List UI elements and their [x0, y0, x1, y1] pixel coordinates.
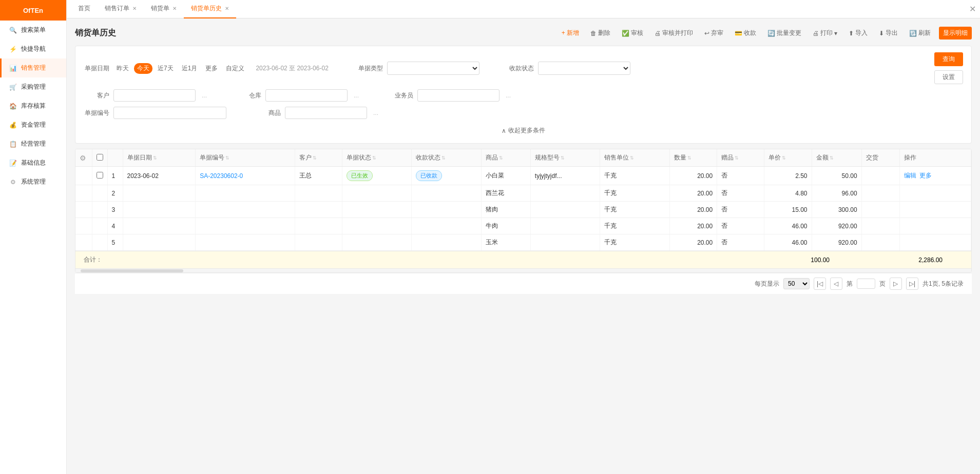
doc-type-select[interactable]	[387, 62, 479, 75]
docno-cell	[196, 185, 295, 202]
shortcut-1month[interactable]: 近1月	[179, 63, 201, 74]
collectstatus-cell	[412, 234, 482, 251]
audit-print-button[interactable]: 🖨 审核并打印	[651, 28, 696, 38]
warehouse-ellipsis[interactable]: ...	[354, 92, 359, 99]
goods-cell: 西兰花	[482, 185, 531, 202]
next-page-button[interactable]: ▷	[890, 278, 902, 290]
last-page-button[interactable]: ▷|	[906, 278, 918, 290]
new-button[interactable]: + 新增	[559, 28, 582, 38]
total-amount: 2,286.00	[881, 256, 943, 264]
customer-input[interactable]	[113, 89, 196, 102]
sidebar-item-inventory[interactable]: 🏠 库存核算	[0, 96, 66, 115]
select-all-checkbox[interactable]	[97, 154, 103, 161]
salesperson-ellipsis[interactable]: ...	[506, 92, 511, 99]
sidebar-item-basic-info[interactable]: 📝 基础信息	[0, 153, 66, 172]
abandon-button[interactable]: ↩ 弃审	[701, 28, 726, 38]
docstatus-col-header[interactable]: 单据状态 ⇅	[342, 149, 412, 167]
customer-cell	[295, 202, 342, 218]
sidebar-item-label: 基础信息	[21, 159, 46, 167]
horizontal-scrollbar[interactable]	[75, 268, 971, 272]
price-cell: 4.80	[764, 185, 812, 202]
row-no-col-header	[107, 149, 123, 167]
tab-sales-history[interactable]: 销货单历史 ✕	[184, 0, 236, 18]
prev-page-button[interactable]: ◁	[830, 278, 842, 290]
row-checkbox[interactable]	[97, 172, 103, 179]
goods-input[interactable]	[285, 107, 367, 119]
sidebar-item-ops-mgmt[interactable]: 📋 经营管理	[0, 134, 66, 153]
total-qty: 100.00	[768, 256, 830, 264]
goods-ellipsis[interactable]: ...	[373, 109, 378, 116]
docno-col-header[interactable]: 单据编号 ⇅	[196, 149, 295, 167]
setting-button[interactable]: 设置	[934, 70, 963, 84]
collect-icon: 💳	[735, 30, 742, 37]
export-button[interactable]: ⬇ 导出	[876, 28, 901, 38]
sidebar-item-search-menu[interactable]: 🔍 搜索菜单	[0, 21, 66, 40]
tab-sales-delivery-close[interactable]: ✕	[172, 6, 177, 11]
refresh-button[interactable]: 🔃 刷新	[906, 28, 934, 38]
date-shortcuts: 昨天 今天 近7天 近1月 更多 自定义	[113, 63, 247, 74]
filter-row-3: 单据编号 商品 ...	[84, 107, 963, 119]
shortcut-custom[interactable]: 自定义	[223, 63, 247, 74]
amount-col-header[interactable]: 金额 ⇅	[812, 149, 861, 167]
shortcut-today[interactable]: 今天	[134, 63, 152, 74]
sidebar-item-sys-mgmt[interactable]: ⚙ 系统管理	[0, 172, 66, 191]
price-cell: 46.00	[764, 234, 812, 251]
customer-ellipsis[interactable]: ...	[202, 92, 207, 99]
unit-cell: 千克	[600, 185, 670, 202]
query-button[interactable]: 查询	[934, 52, 963, 66]
date-cell	[123, 202, 196, 218]
collect-status-select[interactable]	[538, 62, 630, 75]
sidebar-item-sales-mgmt[interactable]: 📊 销售管理	[0, 58, 66, 77]
tab-sales-order[interactable]: 销售订单 ✕	[98, 0, 144, 18]
unit-col-header[interactable]: 销售单位 ⇅	[600, 149, 670, 167]
action-编辑[interactable]: 编辑	[904, 172, 916, 179]
sidebar-item-finance[interactable]: 💰 资金管理	[0, 115, 66, 134]
warehouse-input[interactable]	[265, 89, 348, 102]
collapse-filter-button[interactable]: ∧ 收起更多条件	[84, 124, 963, 137]
trade-cell	[861, 202, 899, 218]
price-col-header[interactable]: 单价 ⇅	[764, 149, 812, 167]
tab-sales-history-label: 销货单历史	[191, 4, 222, 13]
collectstatus-col-header[interactable]: 收款状态 ⇅	[412, 149, 482, 167]
gift-col-header[interactable]: 赠品 ⇅	[717, 149, 764, 167]
customer-col-header[interactable]: 客户 ⇅	[295, 149, 342, 167]
tab-sales-delivery[interactable]: 销货单 ✕	[144, 0, 184, 18]
shortcut-yesterday[interactable]: 昨天	[113, 63, 132, 74]
page-number-input[interactable]: 1	[857, 279, 875, 289]
batch-change-button[interactable]: 🔄 批量变更	[764, 28, 804, 38]
doc-no-input[interactable]	[113, 107, 226, 119]
import-button[interactable]: ⬆ 导入	[846, 28, 871, 38]
shortcut-7days[interactable]: 近7天	[155, 63, 177, 74]
tab-home[interactable]: 首页	[71, 0, 98, 18]
display-detail-button[interactable]: 显示明细	[939, 27, 972, 40]
action-cell: 编辑更多	[899, 167, 971, 185]
footer-totals: 100.00 2,286.00	[125, 256, 963, 264]
per-page-select[interactable]: 50 20 100	[783, 278, 810, 289]
collect-status-label: 收款状态	[508, 64, 534, 73]
shortcut-more[interactable]: 更多	[202, 63, 221, 74]
first-page-button[interactable]: |◁	[814, 278, 826, 290]
tab-sales-order-close[interactable]: ✕	[132, 6, 137, 11]
row-checkbox-col	[92, 234, 107, 251]
sidebar-item-quick-nav[interactable]: ⚡ 快捷导航	[0, 40, 66, 58]
qty-col-header[interactable]: 数量 ⇅	[669, 149, 717, 167]
date-range-display: 2023-06-02 至 2023-06-02	[256, 64, 328, 73]
goods-col-header[interactable]: 商品 ⇅	[482, 149, 531, 167]
goods-label: 商品	[255, 109, 281, 117]
sidebar-item-purchase-mgmt[interactable]: 🛒 采购管理	[0, 77, 66, 96]
table-row: 3 猪肉 千克 20.00 否 15.00 300.00	[75, 202, 971, 218]
unit-cell: 千克	[600, 167, 670, 185]
tab-sales-history-close[interactable]: ✕	[225, 6, 229, 11]
collect-button[interactable]: 💳 收款	[732, 28, 759, 38]
close-all-tabs[interactable]: ✕	[969, 4, 976, 14]
print-button[interactable]: 🖨 打印 ▾	[810, 28, 840, 38]
delete-button[interactable]: 🗑 删除	[587, 28, 613, 38]
spec-cell	[530, 218, 600, 234]
table-settings-gear[interactable]: ⚙	[80, 154, 86, 162]
docno-link[interactable]: SA-20230602-0	[200, 172, 243, 180]
date-col-header[interactable]: 单据日期 ⇅	[123, 149, 196, 167]
spec-col-header[interactable]: 规格型号 ⇅	[530, 149, 600, 167]
salesperson-input[interactable]	[417, 89, 499, 102]
action-更多[interactable]: 更多	[919, 172, 932, 179]
audit-button[interactable]: ✅ 审核	[619, 28, 646, 38]
